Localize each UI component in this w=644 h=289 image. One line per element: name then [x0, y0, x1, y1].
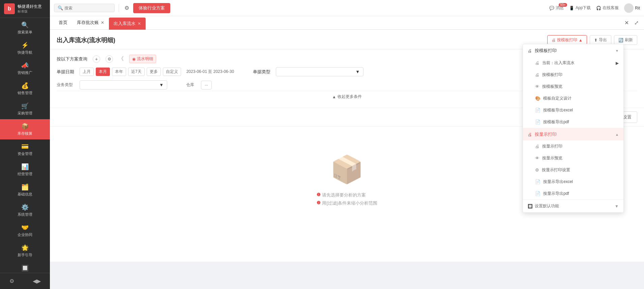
template-print-button[interactable]: 🖨 按模板打印 ▲ [547, 35, 587, 45]
tab-inventory-batch-close-icon[interactable]: ✕ [101, 20, 104, 25]
display-print-settings-item[interactable]: ⚙ 按显示打印设置 [523, 164, 623, 176]
date-custom-btn[interactable]: 自定义 [163, 68, 181, 76]
chevron-up-icon: ▲ [579, 38, 583, 43]
user-avatar-btn[interactable]: Rit [624, 3, 640, 13]
display-export-excel-item[interactable]: 📄 按显示导出excel [523, 176, 623, 188]
sales-icon: 💰 [21, 82, 29, 89]
guide-label: 新手引导 [18, 253, 32, 258]
sidebar-item-guide[interactable]: 🌟 新手引导 [0, 241, 50, 261]
collapse-sidebar-icon[interactable]: ◀▶ [31, 277, 42, 286]
template-export-pdf-label: 按模板导出pdf [543, 119, 569, 125]
export-button[interactable]: ⬆ 导出 [590, 35, 611, 45]
messages-btn[interactable]: 💬 消息 99+ [549, 5, 564, 11]
refresh-icon: 🔄 [618, 38, 623, 43]
sidebar-item-purchase[interactable]: 🛒 采购管理 [0, 99, 50, 119]
tab-inventory-batch[interactable]: 库存批次账 ✕ [72, 16, 109, 30]
template-export-excel-label: 按模板导出excel [543, 107, 573, 113]
display-print-items: 🖨 按显示打印 👁 按显示预览 ⚙ 按显示打印设置 📄 按显示导出excel 📄… [523, 140, 623, 200]
search-icon: 🔍 [58, 5, 63, 10]
inventory-icon: 📦 [21, 123, 29, 130]
sidebar-item-search[interactable]: 🔍 搜索菜单 [0, 18, 50, 38]
empty-hint-1: ❶ 请先选择要分析的方案 [317, 192, 377, 198]
template-print-item-icon: 🖨 [535, 72, 539, 77]
message-icon: 💬 [549, 6, 554, 10]
topbar-search[interactable]: 🔍 [54, 4, 115, 12]
tab-inventory-flow[interactable]: 出入库流水 ✕ [109, 18, 146, 30]
app-download-btn[interactable]: 📱 App下载 [569, 5, 591, 11]
marketing-icon: 📣 [21, 62, 29, 69]
empty-icon: 📦 [330, 154, 364, 185]
display-export-pdf-item[interactable]: 📄 按显示导出pdf [523, 188, 623, 200]
sidebar-item-system[interactable]: ⚙️ 系统管理 [0, 200, 50, 220]
warehouse-more-btn[interactable]: ··· [201, 81, 212, 89]
display-print-header-label: 按显示打印 [535, 131, 557, 137]
current-template-icon: 🖨 [535, 60, 539, 65]
date-last-month-btn[interactable]: 上月 [80, 68, 94, 76]
close-tab-icon[interactable]: ✕ [623, 18, 630, 27]
set-default-row[interactable]: 🔲 设置默认功能 ▼ [523, 200, 623, 212]
display-print-settings-icon: ⚙ [535, 167, 539, 173]
collapse-up-icon: ▲ [332, 95, 336, 99]
date-this-month-btn[interactable]: 本月 [96, 68, 110, 76]
app-download-icon: 📱 [569, 6, 574, 10]
tab-home[interactable]: 首页 [54, 16, 72, 30]
tab-inventory-flow-close-icon[interactable]: ✕ [138, 21, 141, 26]
gear-icon[interactable]: ⚙ [123, 3, 130, 12]
sidebar-item-basic[interactable]: 🗂️ 基础信息 [0, 180, 50, 200]
tab-inventory-flow-label: 出入库流水 [114, 21, 136, 27]
sidebar-item-sales[interactable]: 💰 销售管理 [0, 79, 50, 99]
date-this-year-btn[interactable]: 本年 [112, 68, 126, 76]
template-print-item[interactable]: 🖨 按模板打印 [523, 69, 623, 81]
template-preview-icon: 👁 [535, 84, 539, 89]
template-export-excel-item[interactable]: 📄 按模板导出excel [523, 104, 623, 116]
sidebar-item-finance[interactable]: 💳 资金管理 [0, 139, 50, 160]
search-icon: 🔍 [21, 21, 29, 29]
display-print-header[interactable]: 🖨 按显示打印 [523, 128, 623, 140]
warehouse-more-text: ··· [205, 83, 208, 87]
date-7days-btn[interactable]: 近7天 [128, 68, 145, 76]
sidebar-item-operations[interactable]: 📊 经营管理 [0, 160, 50, 180]
sidebar-item-coop[interactable]: 🤝 企业协同 [0, 220, 50, 241]
sidebar-item-inventory[interactable]: 📦 库存核算 [0, 119, 50, 139]
messages-badge: 99+ [559, 3, 567, 7]
doc-type-select[interactable]: ▼ [276, 67, 363, 76]
doc-type-label: 单据类型 [253, 69, 270, 75]
collapse-more-label: 收起更多条件 [338, 94, 362, 100]
template-custom-item[interactable]: 🎨 模板自定义设计 [523, 93, 623, 104]
sidebar-item-apps[interactable]: 🔲 应用中心 [0, 261, 50, 273]
filter-tag-label: 流水明细 [137, 56, 153, 62]
refresh-button[interactable]: 🔄 刷新 [614, 35, 637, 45]
sidebar-item-shortcut[interactable]: ⚡ 快捷导航 [0, 38, 50, 58]
tab-home-label: 首页 [59, 20, 67, 26]
biz-type-select[interactable]: ▼ [80, 80, 167, 89]
basic-icon: 🗂️ [21, 183, 29, 191]
search-input[interactable] [64, 6, 105, 10]
template-print-header[interactable]: 🖨 按模板打印 [523, 44, 623, 57]
filter-settings-button[interactable]: ⚙ [106, 55, 113, 63]
template-preview-item[interactable]: 👁 按模板预览 [523, 81, 623, 93]
topbar-divider [119, 4, 119, 12]
date-range-text: 2023-06-01 至 2023-06-30 [186, 69, 234, 75]
trial-industry-button[interactable]: 体验行业方案 [133, 3, 170, 13]
date-more-btn[interactable]: 更多 [147, 68, 161, 76]
date-label: 单据日期 [57, 69, 74, 75]
display-print-chevron [615, 133, 619, 136]
filter-collapse-button[interactable]: 《 [118, 55, 124, 62]
filter-add-button[interactable]: + [93, 55, 100, 63]
expand-icon[interactable]: ⤢ [633, 18, 640, 27]
current-template-item[interactable]: 🖨 当前：出入库流水 ▶ [523, 57, 623, 69]
dropdown-panel: 🖨 按模板打印 🖨 当前：出入库流水 ▶ 🖨 按模板打印 👁 按模板预览 [523, 44, 624, 213]
template-export-pdf-item[interactable]: 📄 按模板导出pdf [523, 116, 623, 128]
finance-icon: 💳 [21, 143, 29, 150]
sidebar-item-marketing[interactable]: 📣 营销推广 [0, 58, 50, 79]
logo-sub: 标准版 [18, 9, 42, 14]
display-preview-item[interactable]: 👁 按显示预览 [523, 152, 623, 164]
template-pdf-icon: 📄 [535, 120, 540, 125]
display-print-item[interactable]: 🖨 按显示打印 [523, 140, 623, 152]
inventory-label: 库存核算 [18, 131, 32, 136]
settings-bottom-icon[interactable]: ⚙ [8, 277, 16, 286]
sidebar: b 畅捷通好生意 标准版 🔍 搜索菜单 ⚡ 快捷导航 📣 营销推广 💰 销售管理… [0, 0, 50, 289]
avatar [624, 3, 634, 13]
online-service-btn[interactable]: 🎧 在线客服 [596, 5, 619, 11]
template-print-items: 🖨 当前：出入库流水 ▶ 🖨 按模板打印 👁 按模板预览 🎨 模板自定义设计 📄… [523, 57, 623, 128]
